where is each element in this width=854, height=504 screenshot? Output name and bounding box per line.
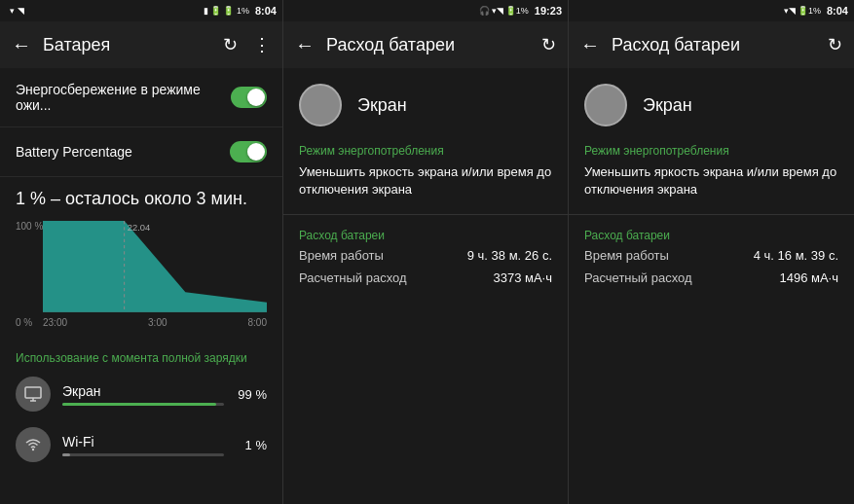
battery-detail-right-panel: ▾◥ 🔋1% 8:04 ← Расход батареи ↻ Экран Реж…: [569, 0, 854, 504]
estimated-usage-value-mid: 3373 мА·ч: [493, 270, 552, 285]
signal-icon: ▮: [204, 6, 208, 16]
back-button-right[interactable]: ←: [576, 30, 604, 60]
usage-section-label-mid: Расход батареи: [283, 223, 568, 244]
battery-chart: 100 % 0 % 22.04 23:00 3:00 8:00: [0, 217, 282, 343]
power-save-label: Энергосбережение в режиме ожи...: [16, 82, 231, 113]
refresh-button-right[interactable]: ↻: [824, 30, 846, 59]
status-bar-mid: 🎧 ▾◥ 🔋1% 19:23: [283, 0, 568, 21]
battery-icon-right: 🔋1%: [798, 6, 821, 16]
screen-usage-percent: 99 %: [236, 387, 267, 402]
wifi-usage-percent: 1 %: [236, 438, 267, 452]
wifi-usage-info: Wi-Fi: [62, 434, 224, 456]
app-bar-left: ← Батарея ↻ ⋮: [0, 21, 282, 68]
battery-status-text: 1 % – осталось около 3 мин.: [0, 177, 282, 217]
screen-title-mid: Экран: [357, 95, 407, 116]
screen-circle-mid: [299, 84, 342, 126]
usage-section-label: Использование с момента полной зарядки: [0, 343, 282, 369]
battery-detail-mid-panel: 🎧 ▾◥ 🔋1% 19:23 ← Расход батареи ↻ Экран …: [283, 0, 569, 504]
battery-percentage-toggle[interactable]: [230, 141, 267, 162]
power-save-setting-row: Энергосбережение в режиме ожи...: [0, 68, 282, 127]
estimated-usage-row-mid: Расчетный расход 3373 мА·ч: [283, 267, 568, 289]
wifi-usage-bar-fill: [62, 453, 70, 456]
mode-section-label-mid: Режим энергопотребления: [283, 138, 568, 160]
page-title-right: Расход батареи: [612, 35, 816, 55]
page-title-mid: Расход батареи: [326, 35, 530, 55]
battery-settings-panel: ▾ ◥ ▮ 🔋 🔋 1% 8:04 ← Батарея ↻ ⋮ Энергосб…: [0, 0, 283, 504]
chart-x-2: 8:00: [248, 317, 267, 328]
screen-usage-item[interactable]: Экран 99 %: [0, 369, 282, 419]
signal-icon-mid: ▾◥: [492, 6, 503, 16]
app-bar-mid: ← Расход батареи ↻: [283, 21, 568, 68]
work-time-row-right: Время работы 4 ч. 16 м. 39 с.: [569, 244, 854, 267]
more-options-button[interactable]: ⋮: [249, 30, 275, 59]
screen-usage-info: Экран: [62, 383, 224, 406]
work-time-label-mid: Время работы: [299, 248, 384, 263]
page-title-left: Батарея: [43, 35, 211, 55]
svg-rect-4: [25, 387, 41, 398]
status-time: 8:04: [255, 5, 277, 17]
status-time-right: 8:04: [827, 5, 848, 17]
right-status-icons: ▮ 🔋 🔋 1%: [204, 6, 249, 16]
wifi-usage-bar-bg: [62, 453, 224, 456]
svg-text:22.04: 22.04: [128, 222, 151, 233]
usage-section-label-right: Расход батареи: [569, 223, 854, 244]
estimated-usage-label-mid: Расчетный расход: [299, 270, 407, 285]
battery-percentage-setting-row: Battery Percentage: [0, 127, 282, 177]
estimated-usage-row-right: Расчетный расход 1496 мА·ч: [569, 267, 854, 289]
status-bar-right: ▾◥ 🔋1% 8:04: [569, 0, 854, 21]
battery-percentage-label: Battery Percentage: [16, 144, 132, 160]
svg-point-7: [32, 449, 34, 450]
mode-section-label-right: Режим энергопотребления: [569, 138, 854, 160]
work-time-value-mid: 9 ч. 38 м. 26 с.: [467, 248, 552, 263]
battery-percent: 🔋 1%: [223, 6, 249, 16]
mode-text-mid: Уменьшить яркость экрана и/или время до …: [283, 160, 568, 206]
chart-y-bottom: 0 %: [16, 317, 43, 328]
status-time-mid: 19:23: [535, 5, 562, 17]
estimated-usage-value-right: 1496 мА·ч: [779, 270, 838, 285]
back-button[interactable]: ←: [8, 30, 35, 60]
work-time-value-right: 4 ч. 16 м. 39 с.: [754, 248, 838, 263]
svg-marker-0: [43, 221, 267, 312]
chart-y-labels: 100 % 0 %: [16, 221, 43, 328]
screen-item-mid[interactable]: Экран: [283, 68, 568, 138]
wifi-usage-name: Wi-Fi: [62, 434, 224, 450]
app-bar-right: ← Расход батареи ↻: [569, 21, 854, 68]
screen-item-right[interactable]: Экран: [569, 68, 854, 138]
refresh-button-mid[interactable]: ↻: [538, 30, 560, 59]
screen-usage-bar-bg: [62, 403, 224, 406]
screen-title-right: Экран: [643, 95, 692, 116]
battery-icon: 🔋: [210, 6, 221, 16]
divider-right: [569, 214, 854, 215]
wifi-usage-item[interactable]: Wi-Fi 1 %: [0, 419, 282, 470]
screen-usage-name: Экран: [62, 383, 224, 399]
chart-x-1: 3:00: [148, 317, 167, 328]
headphone-icon: 🎧: [479, 6, 490, 16]
battery-icon-mid: 🔋1%: [505, 6, 529, 16]
chart-x-0: 23:00: [43, 317, 67, 328]
wifi-icon: [16, 427, 51, 462]
screen-circle-right: [584, 84, 627, 126]
estimated-usage-label-right: Расчетный расход: [584, 270, 692, 285]
work-time-row-mid: Время работы 9 ч. 38 м. 26 с.: [283, 244, 568, 267]
divider-mid: [283, 214, 568, 215]
status-bar-left: ▾ ◥ ▮ 🔋 🔋 1% 8:04: [0, 0, 282, 21]
signal-icon-right: ▾◥: [784, 6, 796, 16]
work-time-label-right: Время работы: [584, 248, 669, 263]
chart-y-top: 100 %: [16, 221, 43, 232]
refresh-button-left[interactable]: ↻: [219, 30, 241, 59]
power-save-toggle[interactable]: [231, 87, 267, 108]
back-button-mid[interactable]: ←: [291, 30, 318, 60]
mode-text-right: Уменьшить яркость экрана и/или время до …: [569, 160, 854, 206]
right-right-icons: ▾◥ 🔋1%: [784, 6, 821, 16]
battery-chart-svg: 22.04: [43, 221, 267, 312]
chart-x-labels: 23:00 3:00 8:00: [43, 317, 267, 328]
left-status-icons: ▾ ◥: [10, 6, 24, 16]
screen-usage-bar-fill: [62, 403, 216, 406]
screen-icon: [16, 377, 51, 412]
mid-right-icons: 🎧 ▾◥ 🔋1%: [479, 6, 529, 16]
